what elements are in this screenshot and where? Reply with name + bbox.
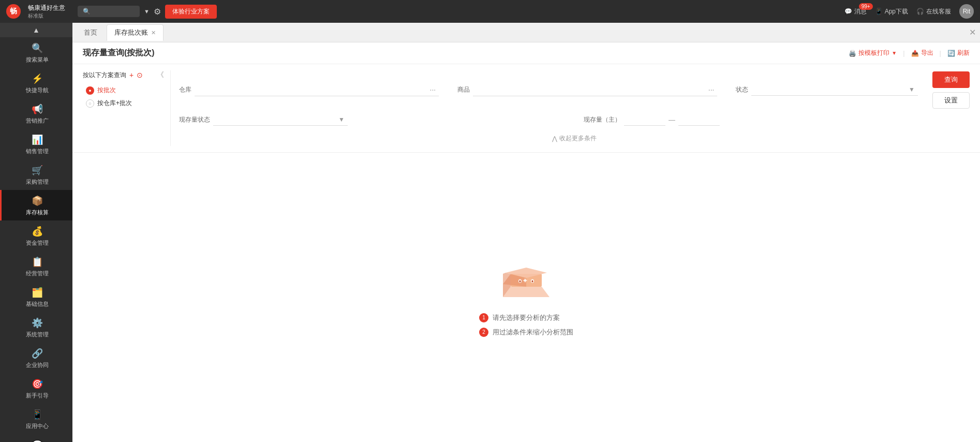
top-bar-right: 💬 消息 99+ 📱 App下载 🎧 在线客服 Rit bbox=[844, 4, 974, 19]
message-badge: 99+ bbox=[859, 3, 873, 10]
filter-row-2: 现存量状态 ▼ 现存量（主） bbox=[179, 114, 970, 126]
stock-qty-max-input[interactable] bbox=[678, 114, 720, 126]
stock-qty-label: 现存量（主） bbox=[584, 115, 621, 124]
sidebar-item-app-center[interactable]: 📱 应用中心 bbox=[0, 404, 72, 434]
nav-dropdown-icon[interactable]: ▼ bbox=[144, 8, 150, 14]
tip-num-1: 1 bbox=[479, 313, 488, 322]
sidebar: ▲ 🔍 搜索菜单 ⚡ 快捷导航 📢 营销推广 📊 销售管理 🛒 采购管理 📦 库… bbox=[0, 23, 72, 442]
filter-status: 状态 ▼ bbox=[736, 84, 918, 96]
app-download-btn[interactable]: 📱 App下载 bbox=[875, 7, 908, 16]
content-area: 首页 库存批次账 ✕ ✕ 现存量查询(按批次) 🖨️ 按模板打印 ▼ | bbox=[72, 23, 980, 442]
stock-status-dropdown[interactable]: ▼ bbox=[338, 116, 345, 123]
scheme-panel: 按以下方案查询 + ⊙ 《 ● 按批次 ○ 按仓库+批次 bbox=[83, 70, 171, 146]
messages-btn[interactable]: 💬 消息 99+ bbox=[844, 7, 867, 16]
goods-dots[interactable]: ··· bbox=[708, 85, 715, 94]
sales-icon: 📊 bbox=[32, 134, 43, 145]
sidebar-item-enterprise-collab[interactable]: 🔗 企业协同 bbox=[0, 343, 72, 373]
empty-tip-2: 2 用过滤条件来缩小分析范围 bbox=[479, 328, 573, 337]
tab-close-icon[interactable]: ✕ bbox=[151, 30, 156, 36]
tab-batch-account[interactable]: 库存批次账 ✕ bbox=[107, 24, 164, 41]
main-layout: ▲ 🔍 搜索菜单 ⚡ 快捷导航 📢 营销推广 📊 销售管理 🛒 采购管理 📦 库… bbox=[0, 23, 980, 442]
refresh-btn[interactable]: 🔄 刷新 bbox=[947, 49, 970, 57]
search-menu-icon: 🔍 bbox=[32, 42, 43, 54]
empty-illustration: ✦ bbox=[500, 258, 552, 305]
sidebar-scroll-up[interactable]: ▲ bbox=[0, 23, 72, 37]
sidebar-item-sales[interactable]: 📊 销售管理 bbox=[0, 129, 72, 159]
company-name: 畅康通好生意 bbox=[28, 4, 65, 12]
top-nav: 🔍 ▼ ⚙ 体验行业方案 bbox=[78, 5, 840, 19]
app-version: 标准版 bbox=[28, 12, 65, 20]
online-service-btn[interactable]: 🎧 在线客服 bbox=[916, 7, 951, 16]
filter-settings-btn[interactable]: 设置 bbox=[932, 92, 970, 109]
goods-label: 商品 bbox=[457, 85, 470, 94]
sidebar-item-basic-info[interactable]: 🗂️ 基础信息 bbox=[0, 282, 72, 312]
tab-bar: 首页 库存批次账 ✕ ✕ bbox=[72, 23, 980, 42]
purchase-icon: 🛒 bbox=[32, 165, 43, 176]
filter-warehouse: 仓库 ··· bbox=[179, 83, 439, 96]
tab-home[interactable]: 首页 bbox=[77, 24, 105, 41]
sidebar-item-quick-nav[interactable]: ⚡ 快捷导航 bbox=[0, 68, 72, 98]
sidebar-item-guide[interactable]: 🎯 新手引导 bbox=[0, 373, 72, 404]
trial-btn[interactable]: 体验行业方案 bbox=[165, 5, 217, 19]
scheme-add-btn[interactable]: + bbox=[129, 71, 133, 79]
collab-icon: 🔗 bbox=[32, 348, 43, 359]
query-btn[interactable]: 查询 bbox=[932, 71, 970, 88]
filter-goods: 商品 ··· bbox=[457, 83, 717, 96]
empty-state: ✦ 1 请先选择要分析的方案 2 用过滤条件来缩小分析范围 bbox=[72, 153, 980, 442]
page-content: 现存量查询(按批次) 🖨️ 按模板打印 ▼ | 📤 导出 | 🔄 bbox=[72, 42, 980, 442]
marketing-icon: 📢 bbox=[32, 104, 43, 115]
svg-text:✦: ✦ bbox=[522, 276, 528, 285]
tip-num-2: 2 bbox=[479, 328, 488, 337]
filter-actions: 查询 设置 bbox=[932, 70, 970, 109]
scheme-item-batch[interactable]: ● 按批次 bbox=[83, 84, 164, 97]
scheme-item-warehouse-batch[interactable]: ○ 按仓库+批次 bbox=[83, 97, 164, 110]
export-btn[interactable]: 📤 导出 bbox=[911, 49, 933, 57]
sidebar-item-purchase[interactable]: 🛒 采购管理 bbox=[0, 159, 72, 190]
quick-nav-icon: ⚡ bbox=[32, 73, 43, 84]
scheme-title: 按以下方案查询 + ⊙ 《 bbox=[83, 70, 164, 80]
settings-icon[interactable]: ⚙ bbox=[154, 7, 161, 17]
sidebar-item-finance[interactable]: 💰 资金管理 bbox=[0, 220, 72, 251]
scheme-collapse-btn[interactable]: 《 bbox=[157, 70, 164, 80]
empty-tips: 1 请先选择要分析的方案 2 用过滤条件来缩小分析范围 bbox=[479, 313, 573, 337]
print-template-btn[interactable]: 🖨️ 按模板打印 ▼ bbox=[849, 49, 897, 57]
status-dropdown-icon[interactable]: ▼ bbox=[909, 86, 915, 93]
filter-row-1: 仓库 ··· 商品 ··· bbox=[179, 70, 970, 109]
top-search-box[interactable]: 🔍 bbox=[78, 6, 140, 17]
finance-icon: 💰 bbox=[32, 226, 43, 237]
headset-icon: 🎧 bbox=[916, 8, 924, 15]
filter-stock-status: 现存量状态 ▼ bbox=[179, 114, 565, 126]
refresh-icon: 🔄 bbox=[947, 50, 955, 57]
scheme-settings-btn[interactable]: ⊙ bbox=[137, 71, 143, 79]
chevron-up-icon: ⋀ bbox=[552, 135, 557, 142]
warehouse-dots[interactable]: ··· bbox=[430, 85, 436, 94]
page-title: 现存量查询(按批次) bbox=[83, 48, 155, 58]
sidebar-item-inventory[interactable]: 📦 库存核算 bbox=[0, 190, 72, 220]
action-divider-1: | bbox=[903, 49, 904, 57]
sidebar-item-wechat[interactable]: 💬 企业微信 bbox=[0, 434, 72, 442]
print-dropdown-icon[interactable]: ▼ bbox=[892, 50, 897, 56]
range-dash: — bbox=[669, 116, 675, 124]
message-icon: 💬 bbox=[844, 8, 852, 15]
wechat-icon: 💬 bbox=[32, 439, 43, 442]
avatar[interactable]: Rit bbox=[959, 4, 974, 19]
sidebar-item-marketing[interactable]: 📢 营销推广 bbox=[0, 98, 72, 129]
empty-tip-1: 1 请先选择要分析的方案 bbox=[479, 313, 573, 322]
sidebar-item-search[interactable]: 🔍 搜索菜单 bbox=[0, 37, 72, 68]
collapse-more-btn[interactable]: ⋀ 收起更多条件 bbox=[179, 131, 970, 146]
sidebar-item-system[interactable]: ⚙️ 系统管理 bbox=[0, 312, 72, 343]
sidebar-item-operations[interactable]: 📋 经营管理 bbox=[0, 251, 72, 282]
tab-close-all-icon[interactable]: ✕ bbox=[969, 27, 976, 37]
stock-qty-min-input[interactable] bbox=[624, 114, 665, 126]
filter-stock-qty: 现存量（主） — bbox=[584, 114, 970, 126]
basic-info-icon: 🗂️ bbox=[32, 287, 43, 298]
svg-point-8 bbox=[519, 280, 521, 282]
top-bar: 畅 畅康通好生意 标准版 🔍 ▼ ⚙ 体验行业方案 💬 消息 99+ 📱 App… bbox=[0, 0, 980, 23]
app-logo: 畅 bbox=[6, 4, 21, 19]
guide-icon: 🎯 bbox=[32, 378, 43, 390]
export-icon: 📤 bbox=[911, 50, 919, 57]
page-header: 现存量查询(按批次) 🖨️ 按模板打印 ▼ | 📤 导出 | 🔄 bbox=[72, 42, 980, 64]
scheme-active-dot: ● bbox=[86, 86, 94, 95]
stock-status-label: 现存量状态 bbox=[179, 115, 210, 124]
search-icon: 🔍 bbox=[83, 8, 91, 15]
